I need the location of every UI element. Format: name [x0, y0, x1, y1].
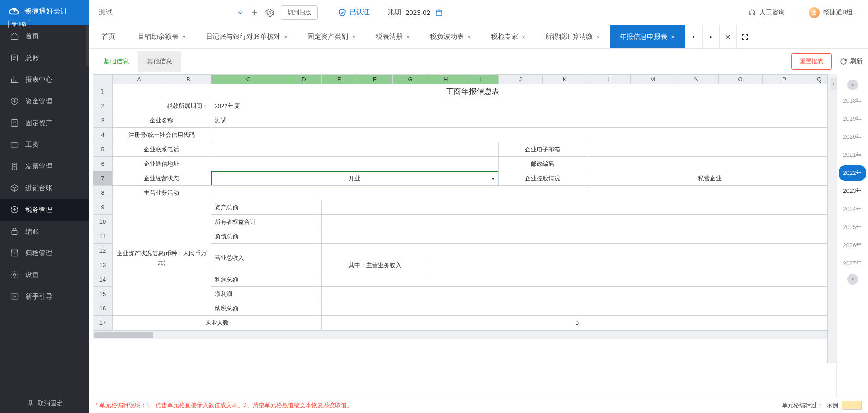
close-icon[interactable]: × — [352, 33, 355, 41]
subtab-basic-info[interactable]: 基础信息 — [94, 51, 138, 72]
cell[interactable] — [321, 215, 832, 229]
row-header[interactable]: 2 — [93, 99, 113, 113]
cell[interactable] — [321, 287, 832, 301]
sheet-title[interactable]: 工商年报信息表 — [113, 84, 833, 99]
sidebar-item-salary[interactable]: 工资 — [0, 134, 89, 155]
row-header[interactable]: 6 — [93, 157, 113, 171]
row-header[interactable]: 5 — [93, 142, 113, 157]
cell[interactable]: 其中：主营业务收入 — [321, 258, 428, 272]
cell[interactable]: 净利润 — [211, 287, 321, 301]
year-option[interactable]: 2027年 — [839, 256, 867, 271]
cell[interactable]: 利润总额 — [211, 272, 321, 287]
cell[interactable]: 企业电子邮箱 — [498, 142, 587, 157]
scrollbar-thumb[interactable] — [94, 332, 153, 338]
tab-scroll-right[interactable] — [702, 25, 719, 48]
cell[interactable]: 税款所属期间： — [113, 99, 211, 113]
close-icon[interactable]: × — [671, 33, 675, 41]
refresh-button[interactable]: 刷新 — [840, 57, 863, 66]
cell[interactable]: 所有者权益合计 — [211, 215, 321, 229]
year-option[interactable]: 2025年 — [839, 220, 867, 235]
year-scroll-down[interactable] — [847, 274, 858, 285]
col-header[interactable]: I — [463, 75, 498, 84]
cell[interactable]: 主营业务活动 — [113, 186, 211, 200]
col-header[interactable]: N — [675, 75, 718, 84]
tab-close-all[interactable] — [719, 25, 736, 48]
cell[interactable]: 从业人数 — [113, 316, 322, 330]
col-header[interactable]: K — [542, 75, 587, 84]
sidebar-item-close[interactable]: 结账 — [0, 221, 89, 242]
col-header[interactable]: E — [321, 75, 357, 84]
close-icon[interactable]: × — [182, 33, 186, 41]
col-header[interactable]: G — [392, 75, 428, 84]
cell[interactable] — [321, 200, 832, 215]
year-option[interactable]: 2026年 — [839, 238, 867, 253]
cell[interactable] — [321, 272, 832, 287]
cell[interactable] — [211, 142, 498, 157]
sidebar-item-reports[interactable]: 报表中心 — [0, 69, 89, 90]
tab-scroll-left[interactable] — [685, 25, 702, 48]
row-header[interactable]: 10 — [93, 215, 113, 229]
row-header[interactable]: 7 — [93, 171, 113, 186]
close-icon[interactable]: × — [467, 33, 471, 41]
corner-cell[interactable] — [93, 75, 113, 84]
cell[interactable] — [211, 186, 832, 200]
cell[interactable]: 企业通信地址 — [113, 157, 211, 171]
cell[interactable] — [587, 157, 832, 171]
cell[interactable] — [211, 157, 498, 171]
col-header[interactable]: D — [286, 75, 321, 84]
cell[interactable] — [587, 142, 832, 157]
cell[interactable]: 资产总额 — [211, 200, 321, 215]
support-button[interactable]: 人工咨询 — [748, 9, 785, 17]
add-button[interactable] — [250, 8, 259, 17]
year-option[interactable]: 2021年 — [839, 147, 867, 163]
accounting-period[interactable]: 账期 2023-02 — [387, 8, 443, 17]
cell[interactable]: 注册号/统一社会信用代码 — [113, 128, 211, 142]
close-icon[interactable]: × — [406, 33, 410, 41]
close-icon[interactable]: × — [522, 33, 525, 41]
cell[interactable]: 纳税总额 — [211, 301, 321, 316]
col-header[interactable]: O — [718, 75, 762, 84]
cell[interactable] — [321, 229, 832, 244]
sidebar-item-assets[interactable]: 固定资产 — [0, 112, 89, 134]
row-header[interactable]: 1 — [93, 84, 113, 99]
year-option[interactable]: 2024年 — [839, 202, 867, 217]
year-option[interactable]: 2020年 — [839, 129, 867, 145]
year-option[interactable]: 2019年 — [839, 111, 867, 127]
sidebar-item-inventory[interactable]: 进销台账 — [0, 177, 89, 199]
cell[interactable]: 邮政编码 — [498, 157, 587, 171]
sidebar-item-invoice[interactable]: 发票管理 — [0, 155, 89, 177]
tab-tax-expert[interactable]: 税检专家× — [481, 25, 535, 48]
row-header[interactable]: 12 — [93, 244, 113, 258]
row-header[interactable]: 13 — [93, 258, 113, 272]
row-header[interactable]: 15 — [93, 287, 113, 301]
row-header[interactable]: 3 — [93, 113, 113, 128]
company-selector[interactable]: 测试 — [99, 8, 244, 17]
cell[interactable]: 企业名称 — [113, 113, 211, 128]
cell[interactable]: 负债总额 — [211, 229, 321, 244]
sidebar-item-funds[interactable]: 资金管理 — [0, 90, 89, 112]
cell[interactable] — [321, 244, 832, 258]
row-header[interactable]: 4 — [93, 128, 113, 142]
tab-tax-register[interactable]: 税表清册× — [366, 25, 420, 48]
col-header[interactable]: L — [587, 75, 631, 84]
row-header[interactable]: 17 — [93, 316, 113, 330]
col-header[interactable]: B — [166, 75, 211, 84]
cell[interactable] — [211, 128, 832, 142]
col-header[interactable]: A — [113, 75, 166, 84]
row-header[interactable]: 14 — [93, 272, 113, 287]
year-option[interactable]: 2022年 — [839, 165, 867, 181]
year-option[interactable]: 2018年 — [839, 93, 867, 108]
dropdown-arrow-icon[interactable]: ▼ — [491, 176, 495, 181]
sidebar-item-tax[interactable]: 税务管理 — [0, 199, 89, 221]
close-icon[interactable]: × — [284, 33, 288, 41]
row-header[interactable]: 9 — [93, 200, 113, 215]
cell[interactable]: 营业总收入 — [211, 244, 321, 272]
cell[interactable]: 企业控股情况 — [498, 171, 587, 186]
sidebar-item-guide[interactable]: 新手引导 — [0, 286, 89, 307]
row-header[interactable]: 11 — [93, 229, 113, 244]
year-option[interactable]: 2023年 — [839, 183, 867, 199]
col-header[interactable]: H — [428, 75, 463, 84]
tab-aux-balance[interactable]: 目辅助余额表× — [128, 25, 196, 48]
col-header[interactable]: J — [498, 75, 542, 84]
row-header[interactable]: 16 — [93, 301, 113, 316]
